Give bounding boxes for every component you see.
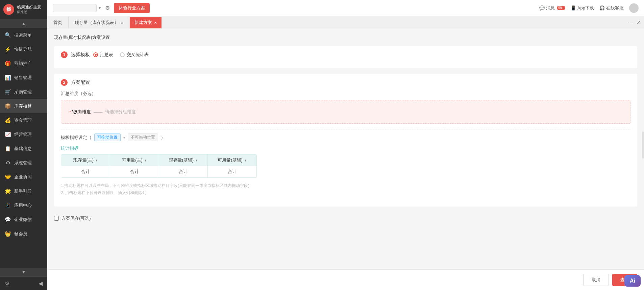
sidebar-item-basic[interactable]: 📋 基础信息 <box>0 142 47 156</box>
sidebar-item-member[interactable]: 👑 畅会员 <box>0 227 47 241</box>
save-checkbox-label: 方案保存(可选) <box>61 215 91 221</box>
fixed-indicator: 不可拖动位置 <box>128 134 158 141</box>
cancel-button[interactable]: 取消 <box>583 274 609 286</box>
stat-col-chevron-0[interactable]: ▾ <box>96 158 98 163</box>
template-indicator-close: ） <box>161 135 165 141</box>
logo-name: 畅康通好生意 <box>17 4 41 10</box>
industry-scheme-button[interactable]: 体验行业方案 <box>114 3 150 13</box>
message-label: 消息 <box>546 5 555 11</box>
sidebar-label-apps: 应用中心 <box>14 202 32 209</box>
tab-home[interactable]: 首页 <box>47 17 69 28</box>
sidebar-label-finance: 资金管理 <box>14 117 32 123</box>
inventory-tab-close[interactable]: × <box>121 20 123 25</box>
new-scheme-tab-label: 新建方案 <box>134 20 152 26</box>
stat-col-label-0: 现存量(主) <box>73 157 94 163</box>
message-item[interactable]: 💬 消息 99+ <box>539 5 565 11</box>
purchase-icon: 🛒 <box>5 89 11 95</box>
sidebar-item-weixin[interactable]: 💬 企业微信 <box>0 213 47 227</box>
tab-inventory[interactable]: 现存量（库存状况表） × <box>69 17 130 28</box>
stat-col-header-2[interactable]: 现存量(基辅) ▾ <box>159 154 208 166</box>
sidebar-item-sales[interactable]: 📊 销售管理 <box>0 71 47 85</box>
message-icon: 💬 <box>539 5 545 10</box>
save-checkbox[interactable] <box>54 216 59 221</box>
bottom-bar: 取消 查询 <box>47 269 644 290</box>
search-input[interactable] <box>53 4 97 12</box>
inventory-tab-label: 现存量（库存状况表） <box>75 20 119 26</box>
sidebar-scroll-down[interactable]: ▼ <box>0 268 47 276</box>
topbar-settings-icon[interactable]: ⚙ <box>105 5 110 11</box>
sidebar-item-purchase[interactable]: 🛒 采购管理 <box>0 85 47 99</box>
topbar: ▾ ⚙ 体验行业方案 💬 消息 99+ 📱 App下载 🎧 在线客服 <box>47 0 644 16</box>
sidebar-item-marketing[interactable]: 🎁 营销推广 <box>0 56 47 71</box>
tip-2: 2. 点击标题栏下拉可设置排序、插入列和删除列 <box>61 190 630 196</box>
template-indicator-label: 模板指标设定（ <box>61 135 92 141</box>
search-icon: 🔍 <box>5 32 11 38</box>
sidebar-label-corp: 企业协同 <box>14 174 32 180</box>
stat-table: 现存量(主) ▾ 可用量(主) ▾ 现存量(基辅) ▾ 可用量(基辅) ▾ <box>61 154 257 178</box>
sales-icon: 📊 <box>5 75 11 81</box>
maximize-icon[interactable]: ⤢ <box>636 19 641 26</box>
stat-col-chevron-3[interactable]: ▾ <box>245 158 247 163</box>
headset-icon: 🎧 <box>599 5 605 10</box>
sidebar-item-inventory[interactable]: 📦 库存核算 <box>0 99 47 113</box>
stat-col-header-3[interactable]: 可用量(基辅) ▾ <box>208 154 256 166</box>
tabbar: 首页 现存量（库存状况表） × 新建方案 × — ⤢ <box>47 16 644 29</box>
stat-body-2: 合计 <box>159 166 208 177</box>
sidebar-item-apps[interactable]: 📱 应用中心 <box>0 198 47 213</box>
stat-col-chevron-1[interactable]: ▾ <box>145 158 147 163</box>
stat-section-title: 统计指标 <box>61 145 630 151</box>
radio-cross-label: 交叉统计表 <box>127 52 149 58</box>
tab-new-scheme[interactable]: 新建方案 × <box>130 17 162 28</box>
sidebar-label-weixin: 企业微信 <box>14 217 32 223</box>
sidebar-footer: ⚙ ◀ <box>0 276 47 290</box>
section1-title: 选择模板 <box>71 52 90 58</box>
home-tab-label: 首页 <box>53 20 62 26</box>
save-row: 方案保存(可选) <box>54 212 637 225</box>
dimension-vertical-box[interactable]: * *纵向维度 —— 请选择分组维度 <box>61 100 630 124</box>
quick-nav-icon: ⚡ <box>5 46 11 52</box>
sidebar-item-finance[interactable]: 💰 资金管理 <box>0 113 47 127</box>
right-scrollbar[interactable] <box>642 131 644 159</box>
tips-section: 1.拖动标题栏可以调整布局，不可跨维度或指标区域拖动栏目字段(只能在同一维度或指… <box>61 179 630 201</box>
online-service-item[interactable]: 🎧 在线客服 <box>599 5 624 11</box>
message-badge: 99+ <box>557 6 565 10</box>
sidebar-logo: 畅 畅康通好生意 标准版 <box>0 0 47 19</box>
sidebar-item-system[interactable]: ⚙ 系统管理 <box>0 156 47 170</box>
sidebar-label-inventory: 库存核算 <box>14 103 32 109</box>
stat-col-chevron-2[interactable]: ▾ <box>196 158 198 163</box>
stat-col-header-1[interactable]: 可用量(主) ▾ <box>110 154 159 166</box>
sidebar-label-quick-nav: 快捷导航 <box>14 46 32 52</box>
stat-col-label-2: 现存量(基辅) <box>169 157 194 163</box>
sidebar-scroll-up[interactable]: ▲ <box>0 19 47 28</box>
collapse-sidebar-icon[interactable]: ◀ <box>39 280 43 287</box>
template-indicators-row: 模板指标设定（ 可拖动位置 ▪ 不可拖动位置 ） <box>61 134 630 141</box>
radio-summary-circle <box>93 52 98 57</box>
draggable-indicator: 可拖动位置 <box>94 134 121 141</box>
sidebar-item-ops[interactable]: 📈 经营管理 <box>0 127 47 142</box>
sidebar-label-member: 畅会员 <box>14 231 27 237</box>
new-scheme-tab-close[interactable]: × <box>154 20 157 25</box>
radio-cross[interactable]: 交叉统计表 <box>120 52 149 58</box>
newbie-icon: 🌟 <box>5 188 11 194</box>
finance-icon: 💰 <box>5 117 11 123</box>
dim-placeholder: 请选择分组维度 <box>105 109 136 115</box>
radio-summary[interactable]: 汇总表 <box>93 52 113 58</box>
inventory-icon: 📦 <box>5 103 11 109</box>
logo-text-block: 畅康通好生意 标准版 <box>17 4 41 15</box>
page-title: 现存量(库存状况表)方案设置 <box>54 34 637 41</box>
settings-footer-icon[interactable]: ⚙ <box>5 280 9 287</box>
sidebar-item-newbie[interactable]: 🌟 新手引导 <box>0 184 47 198</box>
sidebar-item-corp[interactable]: 🤝 企业协同 <box>0 170 47 184</box>
dim-arrow: —— <box>94 110 102 115</box>
dropdown-arrow-icon[interactable]: ▾ <box>99 5 101 10</box>
app-download-item[interactable]: 📱 App下载 <box>571 5 594 11</box>
sidebar-item-quick-nav[interactable]: ⚡ 快捷导航 <box>0 42 47 56</box>
avatar[interactable] <box>629 3 639 13</box>
sidebar-item-search[interactable]: 🔍 搜索菜单 <box>0 28 47 42</box>
weixin-icon: 💬 <box>5 217 11 223</box>
stat-col-header-0[interactable]: 现存量(主) ▾ <box>61 154 110 166</box>
minimize-icon[interactable]: — <box>628 20 634 26</box>
section2-title: 方案配置 <box>71 79 90 86</box>
ops-icon: 📈 <box>5 131 11 138</box>
ai-badge[interactable]: Ai <box>624 275 641 287</box>
